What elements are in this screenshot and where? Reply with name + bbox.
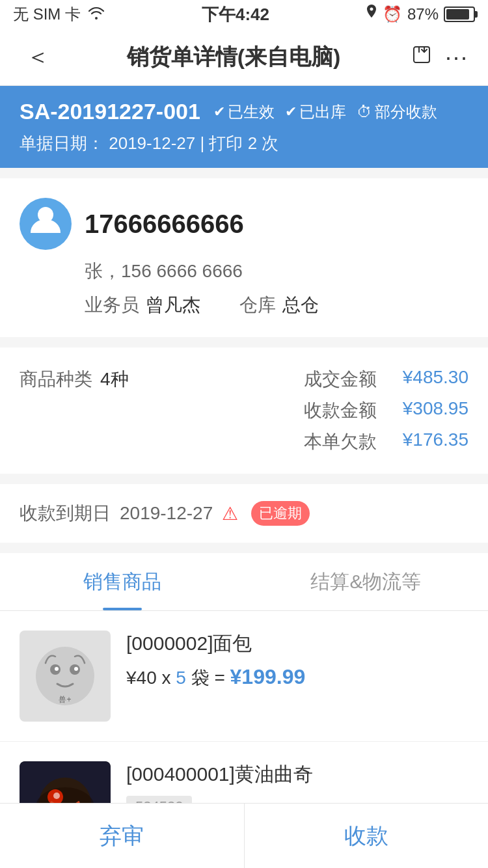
more-icon[interactable]: ···: [445, 44, 468, 71]
location-icon: [366, 5, 377, 24]
trans-amount-row: 成交金额 ¥485.30: [304, 367, 468, 392]
salesperson-value: 曾凡杰: [146, 293, 200, 318]
product-price-1: ¥40 x 5 袋 = ¥199.99: [126, 665, 468, 690]
svg-point-5: [55, 667, 59, 671]
nav-bar: ＜ 销货单详情(来自电脑) ···: [0, 29, 488, 86]
debt-label: 本单欠款: [304, 429, 377, 454]
product-name-1: [0000002]面包: [126, 631, 468, 657]
trans-amount-value: ¥485.30: [403, 367, 468, 392]
warehouse-value: 总仓: [282, 293, 319, 318]
warehouse-item: 仓库 总仓: [239, 293, 319, 318]
received-value: ¥308.95: [403, 398, 468, 423]
status-partial-payment: ⏱ 部分收款: [357, 102, 437, 122]
status-time: 下午4:42: [202, 3, 269, 26]
user-icon: [29, 203, 62, 245]
due-date-label: 收款到期日: [20, 501, 111, 526]
salesperson-item: 业务员 曾凡杰: [85, 293, 200, 318]
received-row: 收款金额 ¥308.95: [304, 398, 468, 423]
total-price-1: ¥199.99: [230, 665, 306, 688]
header-banner: SA-20191227-001 ✔ 已生效 ✔ 已出库 ⏱ 部分收款 单据日期：…: [0, 86, 488, 168]
customer-meta: 业务员 曾凡杰 仓库 总仓: [20, 293, 468, 318]
stats-section: 商品种类 4种 成交金额 ¥485.30 收款金额 ¥308.95 本单欠款 ¥…: [0, 347, 488, 474]
battery-icon: [444, 7, 475, 22]
overdue-badge: 已逾期: [251, 501, 310, 526]
page-title: 销货单详情(来自电脑): [127, 42, 341, 72]
order-id: SA-20191227-001: [20, 99, 200, 124]
tab-sales-products[interactable]: 销售商品: [0, 553, 244, 610]
tab-sales-label: 销售商品: [83, 569, 161, 595]
cancel-button[interactable]: 弃审: [0, 804, 245, 868]
avatar: [20, 198, 72, 250]
warehouse-label: 仓库: [239, 293, 276, 318]
quantity-1: 5: [176, 668, 186, 688]
back-button[interactable]: ＜: [20, 34, 56, 79]
due-date-value: 2019-12-27: [120, 503, 213, 524]
share-icon[interactable]: [411, 44, 432, 70]
tab-settlement[interactable]: 结算&物流等: [244, 553, 488, 610]
print-count: | 打印 2 次: [200, 133, 278, 153]
salesperson-label: 业务员: [85, 293, 139, 318]
check-icon-2: ✔: [285, 103, 297, 120]
product-image-placeholder-1: 兽+: [20, 631, 111, 722]
tabs-container: 销售商品 结算&物流等: [0, 553, 488, 611]
confirm-button[interactable]: 收款: [245, 804, 489, 868]
product-name-2: [000400001]黄油曲奇: [126, 761, 468, 788]
customer-name: 17666666666: [85, 210, 244, 239]
check-icon-1: ✔: [213, 103, 225, 120]
svg-point-6: [74, 667, 78, 671]
customer-section: 17666666666 张，156 6666 6666 业务员 曾凡杰 仓库 总…: [0, 178, 488, 337]
stats-left: 商品种类 4种: [20, 367, 129, 392]
received-label: 收款金额: [304, 398, 377, 423]
carrier-label: 无 SIM 卡: [13, 4, 81, 25]
order-date: 2019-12-27: [109, 133, 195, 153]
date-label: 单据日期：: [20, 133, 104, 153]
status-left: 无 SIM 卡: [13, 4, 105, 25]
customer-phone: 张，156 6666 6666: [20, 259, 468, 284]
debt-row: 本单欠款 ¥176.35: [304, 429, 468, 454]
product-types-label: 商品种类: [20, 367, 92, 392]
bottom-bar: 弃审 收款: [0, 803, 488, 868]
status-right: ⏰ 87%: [366, 5, 475, 24]
trans-amount-label: 成交金额: [304, 367, 377, 392]
alarm-icon: ⏰: [383, 5, 402, 23]
svg-text:兽+: 兽+: [59, 695, 71, 704]
product-types-value: 4种: [100, 367, 129, 392]
svg-point-12: [53, 793, 60, 799]
overdue-icon: ⚠: [222, 503, 238, 524]
status-bar: 无 SIM 卡 下午4:42 ⏰ 87%: [0, 0, 488, 29]
tab-settlement-label: 结算&物流等: [310, 569, 421, 595]
due-date-section: 收款到期日 2019-12-27 ⚠ 已逾期: [0, 484, 488, 543]
unit-1: 袋: [191, 668, 210, 688]
unit-price-1: ¥40: [126, 668, 157, 688]
battery-percent: 87%: [407, 5, 439, 23]
status-shipped: ✔ 已出库: [285, 102, 346, 122]
product-item: 兽+ [0000002]面包 ¥40 x 5 袋 = ¥199.99: [0, 611, 488, 742]
status-tags: ✔ 已生效 ✔ 已出库 ⏱ 部分收款: [213, 102, 437, 122]
wifi-icon: [87, 5, 105, 23]
product-thumbnail-1: 兽+: [20, 631, 111, 722]
clock-icon: ⏱: [357, 103, 372, 121]
product-types-row: 商品种类 4种: [20, 367, 129, 392]
product-info-1: [0000002]面包 ¥40 x 5 袋 = ¥199.99: [126, 631, 468, 722]
status-effective: ✔ 已生效: [213, 102, 275, 122]
debt-value: ¥176.35: [403, 429, 468, 454]
customer-main: 17666666666: [20, 198, 468, 250]
order-date-row: 单据日期： 2019-12-27 | 打印 2 次: [20, 132, 468, 155]
tab-underline: [103, 608, 142, 610]
nav-actions: ···: [411, 44, 468, 71]
stats-right: 成交金额 ¥485.30 收款金额 ¥308.95 本单欠款 ¥176.35: [304, 367, 468, 454]
